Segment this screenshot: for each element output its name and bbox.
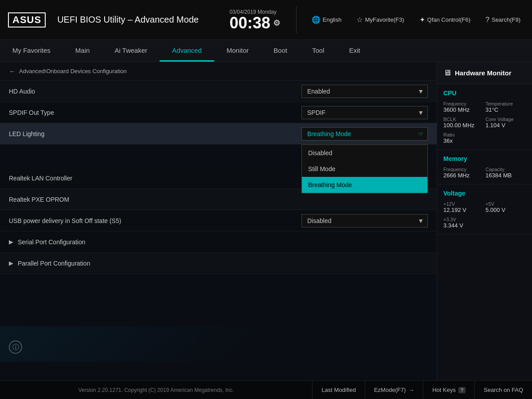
ezmode-button[interactable]: EzMode(F7) → xyxy=(365,381,423,399)
led-lighting-label: LED Lighting xyxy=(9,130,301,137)
search-button[interactable]: ? Search(F9) xyxy=(482,14,524,26)
usb-power-label: USB power delivery in Soft Off state (S5… xyxy=(9,217,301,224)
core-voltage-value: 1.104 V xyxy=(485,122,526,129)
search-faq-button[interactable]: Search on FAQ xyxy=(474,381,532,399)
spdif-dropdown[interactable]: SPDIF ▼ xyxy=(301,106,428,119)
language-button[interactable]: 🌐 English xyxy=(308,14,345,26)
hw-monitor-panel: 🖥 Hardware Monitor CPU Frequency 3600 MH… xyxy=(437,62,532,380)
fan-icon: ✦ xyxy=(419,16,425,24)
settings-icon[interactable]: ⚙ xyxy=(273,19,280,27)
spdif-label: SPDIF Out Type xyxy=(9,109,301,116)
last-modified-button[interactable]: Last Modified xyxy=(312,381,364,399)
cpu-grid: Frequency 3600 MHz Temperature 31°C BCLK… xyxy=(443,101,526,144)
mem-capacity-value: 16384 MB xyxy=(485,172,526,179)
hd-audio-row: HD Audio Enabled ▼ xyxy=(0,81,437,102)
breadcrumb-path: Advanced\Onboard Devices Configuration xyxy=(19,68,127,74)
v12-value: 12.192 V xyxy=(443,207,484,213)
chevron-down-icon: ▼ xyxy=(418,109,424,116)
nav-ai-tweaker[interactable]: Ai Tweaker xyxy=(102,40,160,62)
v12-item: +12V 12.192 V xyxy=(443,201,484,213)
topbar: ASUS UEFI BIOS Utility – Advanced Mode 0… xyxy=(0,0,532,40)
footer-version: Version 2.20.1271. Copyright (C) 2019 Am… xyxy=(0,387,312,393)
navbar: My Favorites Main Ai Tweaker Advanced Mo… xyxy=(0,40,532,62)
breadcrumb: ← Advanced\Onboard Devices Configuration xyxy=(0,62,437,81)
voltage-section-title: Voltage xyxy=(443,190,526,197)
ratio-item: Ratio 36x xyxy=(443,132,484,144)
voltage-section: Voltage +12V 12.192 V +5V 5.000 V +3.3V … xyxy=(437,184,532,235)
usb-power-dropdown[interactable]: Disabled ▼ xyxy=(301,214,428,227)
voltage-grid: +12V 12.192 V +5V 5.000 V +3.3V 3.344 V xyxy=(443,201,526,229)
globe-icon: 🌐 xyxy=(312,16,321,24)
background-decoration xyxy=(0,326,341,362)
core-voltage-item: Core Voltage 1.104 V xyxy=(485,117,526,129)
bclk-value: 100.00 MHz xyxy=(443,122,484,129)
led-lighting-row: LED Lighting Breathing Mode ☞ Disabled S… xyxy=(0,123,437,145)
info-icon[interactable]: ⓘ xyxy=(9,340,22,354)
v5-value: 5.000 V xyxy=(485,207,526,213)
nav-boot[interactable]: Boot xyxy=(261,40,300,62)
myfavorite-button[interactable]: ☆ MyFavorite(F3) xyxy=(353,14,407,26)
led-option-still[interactable]: Still Mode xyxy=(302,161,427,177)
ratio-label: Ratio xyxy=(443,132,484,137)
v33-label: +3.3V xyxy=(443,217,484,222)
divider xyxy=(296,7,297,33)
memory-section-title: Memory xyxy=(443,155,526,162)
usb-power-row: USB power delivery in Soft Off state (S5… xyxy=(0,210,437,231)
cpu-temp-label: Temperature xyxy=(485,101,526,106)
v5-label: +5V xyxy=(485,201,526,207)
usb-power-value: Disabled ▼ xyxy=(301,214,428,227)
v33-value: 3.344 V xyxy=(443,222,484,229)
star-icon: ☆ xyxy=(356,16,363,24)
led-dropdown-popup: Disabled Still Mode Breathing Mode xyxy=(301,145,428,193)
spdif-row: SPDIF Out Type SPDIF ▼ xyxy=(0,102,437,123)
realtek-pxe-label: Realtek PXE OPROM xyxy=(9,196,428,203)
cpu-temp-value: 31°C xyxy=(485,106,526,113)
mem-capacity-item: Capacity 16384 MB xyxy=(485,167,526,179)
nav-advanced[interactable]: Advanced xyxy=(160,40,214,62)
parallel-port-row[interactable]: ▶ Parallel Port Configuration xyxy=(0,253,437,274)
hotkey-badge: ? xyxy=(458,387,466,393)
cpu-section-title: CPU xyxy=(443,90,526,97)
nav-tool[interactable]: Tool xyxy=(300,40,337,62)
cpu-frequency-label: Frequency xyxy=(443,101,484,106)
led-lighting-dropdown[interactable]: Breathing Mode ☞ xyxy=(301,127,428,141)
chevron-down-icon: ▼ xyxy=(418,88,424,95)
time-display: 00:38 ⚙ xyxy=(230,15,280,31)
footer: Version 2.20.1271. Copyright (C) 2019 Am… xyxy=(0,380,532,399)
hw-monitor-header: 🖥 Hardware Monitor xyxy=(437,62,532,84)
hd-audio-label: HD Audio xyxy=(9,88,301,95)
hd-audio-value: Enabled ▼ xyxy=(301,85,428,98)
nav-exit[interactable]: Exit xyxy=(336,40,372,62)
led-option-disabled[interactable]: Disabled xyxy=(302,145,427,161)
nav-my-favorites[interactable]: My Favorites xyxy=(0,40,63,62)
cpu-frequency-item: Frequency 3600 MHz xyxy=(443,101,484,113)
mem-frequency-label: Frequency xyxy=(443,167,484,172)
hw-monitor-title: Hardware Monitor xyxy=(455,69,512,77)
v33-item: +3.3V 3.344 V xyxy=(443,217,484,229)
datetime-block: 03/04/2019 Monday 00:38 ⚙ xyxy=(230,9,280,31)
nav-main[interactable]: Main xyxy=(63,40,102,62)
mem-capacity-label: Capacity xyxy=(485,167,526,172)
chevron-down-icon: ▼ xyxy=(418,217,424,224)
back-arrow-icon[interactable]: ← xyxy=(9,67,16,75)
cpu-frequency-value: 3600 MHz xyxy=(443,106,484,113)
hot-keys-button[interactable]: Hot Keys ? xyxy=(423,381,474,399)
hd-audio-dropdown[interactable]: Enabled ▼ xyxy=(301,85,428,98)
question-icon: ? xyxy=(485,16,489,24)
qfan-button[interactable]: ✦ Qfan Control(F6) xyxy=(416,14,474,26)
core-voltage-label: Core Voltage xyxy=(485,117,526,122)
ratio-value: 36x xyxy=(443,137,484,144)
app-title: UEFI BIOS Utility – Advanced Mode xyxy=(57,15,222,25)
led-option-breathing[interactable]: Breathing Mode xyxy=(302,177,427,193)
nav-monitor[interactable]: Monitor xyxy=(214,40,261,62)
mem-frequency-value: 2666 MHz xyxy=(443,172,484,179)
spdif-value: SPDIF ▼ xyxy=(301,106,428,119)
serial-port-label: Serial Port Configuration xyxy=(18,239,86,246)
led-lighting-value: Breathing Mode ☞ xyxy=(301,127,428,141)
main-wrapper: ← Advanced\Onboard Devices Configuration… xyxy=(0,62,532,380)
memory-section: Memory Frequency 2666 MHz Capacity 16384… xyxy=(437,150,532,184)
serial-port-row[interactable]: ▶ Serial Port Configuration xyxy=(0,231,437,253)
bclk-item: BCLK 100.00 MHz xyxy=(443,117,484,129)
chevron-right-icon: ▶ xyxy=(9,239,13,245)
settings-list: HD Audio Enabled ▼ SPDIF Out Type SPDIF … xyxy=(0,81,437,231)
